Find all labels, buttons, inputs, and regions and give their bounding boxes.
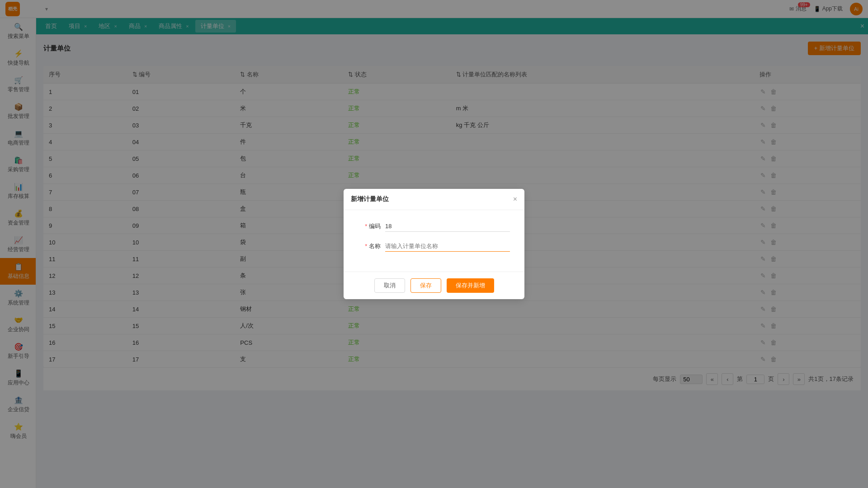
save-new-button[interactable]: 保存并新增 — [447, 278, 494, 293]
cancel-button[interactable]: 取消 — [374, 278, 405, 293]
modal-title: 新增计量单位 — [351, 195, 389, 203]
save-button[interactable]: 保存 — [410, 278, 441, 293]
modal-footer: 取消 保存 保存并新增 — [344, 272, 524, 299]
name-label: 名称 — [358, 242, 381, 250]
code-label: 编码 — [358, 222, 381, 230]
modal-header: 新增计量单位 × — [344, 189, 524, 210]
code-input[interactable] — [385, 221, 510, 232]
name-input[interactable] — [385, 241, 510, 252]
name-field-row: 名称 — [358, 241, 510, 252]
code-field-row: 编码 — [358, 221, 510, 232]
modal-body: 编码 名称 — [344, 210, 524, 272]
modal-close-button[interactable]: × — [513, 196, 517, 203]
add-unit-modal: 新增计量单位 × 编码 名称 取消 保存 保存并新增 — [344, 189, 524, 299]
modal-overlay[interactable]: 新增计量单位 × 编码 名称 取消 保存 保存并新增 — [0, 0, 868, 488]
